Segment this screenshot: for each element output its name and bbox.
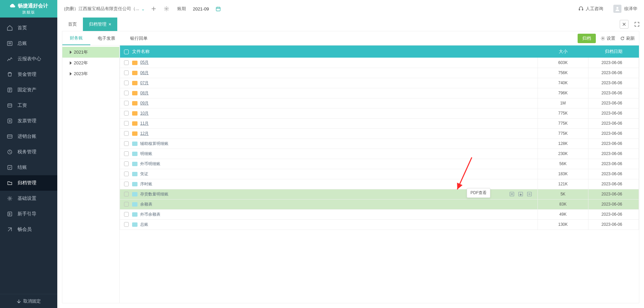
file-name-link[interactable]: 09月	[140, 101, 149, 105]
tab-home[interactable]: 首页	[62, 18, 83, 31]
fullscreen-icon[interactable]	[633, 20, 641, 29]
excel-download-icon[interactable]	[509, 191, 515, 197]
consult-button[interactable]: 人工咨询	[578, 6, 603, 12]
folder-icon	[132, 91, 137, 95]
file-name-link[interactable]: 12月	[140, 131, 149, 136]
row-checkbox[interactable]	[124, 141, 129, 146]
table-row[interactable]: 余额表83K2023-06-06	[120, 199, 639, 209]
brand-block[interactable]: 畅捷通好会计 旗舰版	[0, 0, 57, 18]
table-row[interactable]: 辅助核算明细账128K2023-06-06	[120, 138, 639, 149]
row-checkbox[interactable]	[124, 121, 129, 126]
sidebar-item-7[interactable]: 进销台账	[0, 129, 57, 144]
file-date: 2023-06-06	[588, 149, 639, 159]
file-size: 775K	[538, 128, 588, 138]
nav-icon-4	[7, 87, 13, 93]
calendar-icon[interactable]	[216, 6, 221, 11]
nav-icon-11	[7, 195, 13, 202]
year-tree: 2021年2022年2023年	[62, 45, 120, 303]
file-name-link[interactable]: 10月	[140, 111, 149, 116]
archive-button[interactable]: 归档	[578, 34, 596, 43]
sidebar-item-13[interactable]: 畅会员	[0, 222, 57, 237]
table-row[interactable]: 07月740K2023-06-06	[120, 78, 639, 88]
file-name-link[interactable]: 07月	[140, 81, 149, 85]
subtab-finance[interactable]: 财务账	[62, 31, 90, 45]
table-row[interactable]: 06月756K2023-06-06	[120, 68, 639, 78]
table-row[interactable]: 明细账230K2023-06-06	[120, 149, 639, 159]
file-name-link[interactable]: 11月	[140, 121, 149, 126]
file-date: 2023-06-06	[588, 219, 639, 229]
pdf-download-icon[interactable]	[518, 191, 523, 197]
table-row[interactable]: 12月775K2023-06-06	[120, 128, 639, 138]
sidebar-unpin[interactable]: 取消固定	[0, 294, 57, 308]
settings-link[interactable]: 设置	[601, 35, 615, 41]
add-icon[interactable]	[150, 5, 158, 13]
row-checkbox[interactable]	[124, 151, 129, 156]
sidebar-item-6[interactable]: 发票管理	[0, 113, 57, 129]
sidebar-item-4[interactable]: 固定资产	[0, 82, 57, 98]
row-checkbox[interactable]	[124, 131, 129, 136]
sidebar-item-2[interactable]: 云报表中心	[0, 51, 57, 67]
select-all-checkbox[interactable]	[124, 50, 129, 54]
close-icon[interactable]: ×	[109, 22, 111, 27]
table-row[interactable]: 序时账121K2023-06-06	[120, 179, 639, 189]
subtab-einvoice[interactable]: 电子发票	[90, 31, 123, 45]
sidebar-item-5[interactable]: 工资	[0, 98, 57, 113]
table-row[interactable]: 存货数量明细账5K2023-06-06	[120, 189, 639, 199]
file-size: 83K	[538, 199, 588, 209]
gear-icon[interactable]	[162, 5, 171, 13]
nav-icon-5	[7, 102, 13, 109]
sidebar-item-1[interactable]: 总账	[0, 36, 57, 51]
tree-year-0[interactable]: 2021年	[62, 47, 119, 58]
file-size: 49K	[538, 209, 588, 219]
tab-archive[interactable]: 归档管理 ×	[83, 18, 117, 31]
row-checkbox[interactable]	[124, 172, 129, 176]
tabbar-close-icon[interactable]	[620, 20, 628, 29]
file-size: 130K	[538, 219, 588, 229]
row-checkbox[interactable]	[124, 212, 129, 217]
row-checkbox[interactable]	[124, 60, 129, 65]
subtab-bankslip[interactable]: 银行回单	[123, 31, 155, 45]
tree-year-2[interactable]: 2023年	[62, 68, 119, 79]
company-selector[interactable]: (勿删）江西服宝精品有限责任公司（... ⌄	[64, 6, 145, 12]
row-checkbox[interactable]	[124, 111, 129, 116]
row-checkbox[interactable]	[124, 70, 129, 75]
file-size: 230K	[538, 149, 588, 159]
sidebar-item-8[interactable]: 税务管理	[0, 144, 57, 160]
row-checkbox[interactable]	[124, 91, 129, 95]
nav-icon-13	[7, 226, 13, 233]
table-row[interactable]: 09月1M2023-06-06	[120, 98, 639, 108]
file-name-link[interactable]: 06月	[140, 70, 149, 75]
sidebar-item-10[interactable]: 归档管理	[0, 175, 57, 191]
file-name-link[interactable]: 08月	[140, 91, 149, 95]
sidebar-item-9[interactable]: 结账	[0, 160, 57, 175]
row-checkbox[interactable]	[124, 182, 129, 186]
table-row[interactable]: 10月775K2023-06-06	[120, 108, 639, 118]
sidebar-item-12[interactable]: 新手引导	[0, 206, 57, 222]
row-checkbox[interactable]	[124, 81, 129, 85]
pdf-view-icon[interactable]	[527, 191, 532, 197]
row-checkbox[interactable]	[124, 202, 129, 207]
brand-name: 畅捷通好会计	[18, 3, 48, 9]
row-checkbox[interactable]	[124, 222, 129, 227]
table-row[interactable]: 外币余额表49K2023-06-06	[120, 209, 639, 219]
tree-year-1[interactable]: 2022年	[62, 58, 119, 68]
table-row[interactable]: 外币明细账56K2023-06-06	[120, 159, 639, 169]
folder-icon	[132, 162, 137, 166]
sidebar-item-0[interactable]: 首页	[0, 20, 57, 36]
refresh-link[interactable]: 刷新	[620, 35, 635, 41]
row-checkbox[interactable]	[124, 101, 129, 105]
table-row[interactable]: 11月775K2023-06-06	[120, 118, 639, 128]
table-row[interactable]: 08月796K2023-06-06	[120, 88, 639, 98]
sidebar-item-label: 工资	[18, 102, 27, 109]
row-checkbox[interactable]	[124, 161, 129, 166]
file-name-link[interactable]: 05月	[140, 60, 149, 65]
table-row[interactable]: 凭证183K2023-06-06	[120, 169, 639, 179]
sidebar-item-3[interactable]: 资金管理	[0, 67, 57, 82]
file-name: 明细账	[140, 151, 152, 156]
svg-point-10	[166, 8, 167, 9]
table-row[interactable]: 05月603K2023-06-06	[120, 58, 639, 68]
user-block[interactable]: 徐泽华	[613, 5, 637, 13]
row-checkbox[interactable]	[124, 192, 129, 196]
sidebar-item-11[interactable]: 基础设置	[0, 191, 57, 206]
table-row[interactable]: 总账130K2023-06-06	[120, 219, 639, 229]
